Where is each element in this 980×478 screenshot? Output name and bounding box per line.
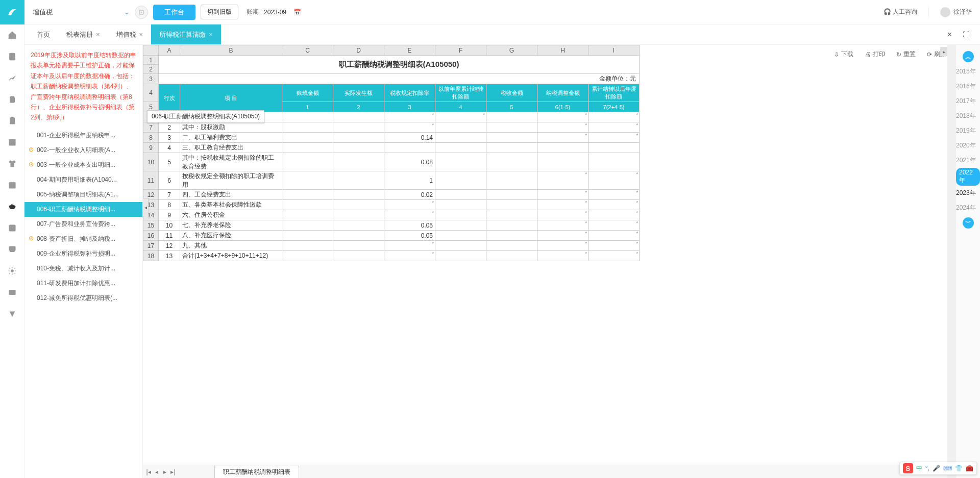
year-2021年[interactable]: 2021年 [956,153,980,168]
row-item[interactable]: 合计(1+3+4+7+8+9+10+11+12) [180,251,282,261]
nav-gear-icon[interactable] [0,260,24,282]
calendar-icon[interactable]: 📅 [293,9,301,16]
nav-bowl-icon[interactable] [0,196,24,217]
unit-label[interactable]: 金额单位：元 [159,74,640,84]
close-icon[interactable]: × [209,31,213,38]
nav-shirt-icon[interactable] [0,153,24,174]
form-item-3[interactable]: 004-期间费用明细表(A1040... [24,172,142,187]
col-header[interactable]: 税收规定扣除率 [384,84,435,102]
nav-prev[interactable]: ◂ [153,468,160,475]
nav-last[interactable]: ▸| [169,468,177,475]
sheet-footer: |◂ ◂ ▸ ▸| 职工薪酬纳税调整明细表 ⁞ ◂ [143,465,947,478]
fullscreen-toggle[interactable]: ⛶ [960,29,972,41]
year-2016年[interactable]: 2016年 [956,79,980,94]
year-2022年[interactable]: 2022年 [956,168,980,186]
close-icon[interactable]: × [139,31,143,38]
tab-2[interactable]: 增值税× [108,24,152,44]
form-item-5[interactable]: 006-职工薪酬纳税调整明细... [24,202,142,217]
nav-home-icon[interactable] [0,24,24,46]
nav-transfer-icon[interactable] [0,217,24,239]
ime-skin-icon[interactable]: 👕 [955,465,963,472]
form-item-4[interactable]: 005-纳税调整项目明细表(A1... [24,187,142,202]
year-2023年[interactable]: 2023年 [956,186,980,200]
col-header[interactable]: 纳税调整金额 [537,84,589,102]
col-header[interactable]: 账载金额 [282,84,333,102]
close-all-tabs[interactable]: ✕ [943,29,955,41]
year-2024年[interactable]: 2024年 [956,200,980,215]
spreadsheet[interactable]: ABCDEFGHI1职工薪酬纳税调整明细表(A105050)23金额单位：元4行… [143,45,640,261]
ime-mic-icon[interactable]: 🎤 [933,465,940,472]
form-item-6[interactable]: 007-广告费和业务宣传费跨... [24,217,142,232]
tab-label: 所得税汇算清缴 [159,30,206,39]
workspace-button[interactable]: 工作台 [153,5,195,20]
tab-3[interactable]: 所得税汇算清缴× [151,24,221,44]
close-icon[interactable]: × [96,31,100,38]
old-version-button[interactable]: 切到旧版 [201,5,238,19]
col-header[interactable]: 项 目 [180,84,282,112]
form-item-0[interactable]: 001-企业所得税年度纳税申... [24,128,142,143]
tax-type-selector[interactable]: 增值税 ⌄ [33,8,130,17]
year-scroll-down[interactable]: ︾ [963,217,974,229]
nav-first[interactable]: |◂ [145,468,152,475]
form-list: 001-企业所得税年度纳税申...002-一般企业收入明细表(A...003-一… [24,128,142,306]
sheet-tab[interactable]: 职工薪酬纳税调整明细表 [214,466,299,478]
form-item-10[interactable]: 011-研发费用加计扣除优惠... [24,276,142,291]
tab-1[interactable]: 税表清册× [58,24,108,44]
year-2015年[interactable]: 2015年 [956,64,980,79]
nav-money-icon[interactable] [0,89,24,110]
row-item[interactable]: 四、工会经费支出 [180,190,282,200]
form-item-9[interactable]: 010-免税、减计收入及加计... [24,261,142,276]
nav-calendar-icon[interactable] [0,174,24,196]
col-header[interactable]: 实际发生额 [333,84,384,102]
row-item[interactable]: 三、职工教育经费支出 [180,143,282,153]
nav-inbox-icon[interactable] [0,239,24,260]
form-item-7[interactable]: 008-资产折旧、摊销及纳税... [24,232,142,246]
row-item[interactable]: 其中：股权激励 [180,122,282,133]
vertical-scrollbar[interactable] [947,45,955,478]
ime-punct-icon[interactable]: °, [925,465,929,472]
ime-toolbar[interactable]: S 中 °, 🎤 ⌨ 👕 🧰 [899,462,977,475]
row-item[interactable]: 八、补充医疗保险 [180,231,282,241]
col-header[interactable]: 累计结转以后年度扣除额 [589,84,640,102]
row-item[interactable]: 六、住房公积金 [180,210,282,220]
year-scroll-up[interactable]: ︽ [963,51,974,62]
col-header[interactable]: 行次 [159,84,180,112]
sheet-title[interactable]: 职工薪酬纳税调整明细表(A105050) [159,56,640,74]
svg-rect-4 [9,183,15,188]
row-item[interactable]: 按税收规定全额扣除的职工培训费用 [180,171,282,190]
app-logo[interactable] [0,0,24,24]
year-2017年[interactable]: 2017年 [956,94,980,109]
row-item[interactable]: 九、其他 [180,241,282,251]
col-header[interactable]: 税收金额 [486,84,537,102]
tab-0[interactable]: 首页 [29,24,58,44]
ime-keyboard-icon[interactable]: ⌨ [943,465,952,472]
ime-lang[interactable]: 中 [916,464,922,473]
nav-chart-icon[interactable] [0,67,24,89]
row-item[interactable]: 其中：按税收规定比例扣除的职工教育经费 [180,153,282,171]
nav-next[interactable]: ▸ [161,468,168,475]
nav-report-icon[interactable] [0,132,24,153]
year-2018年[interactable]: 2018年 [956,109,980,123]
year-2019年[interactable]: 2019年 [956,123,980,138]
form-item-8[interactable]: 009-企业所得税弥补亏损明... [24,246,142,261]
form-item-11[interactable]: 012-减免所得税优惠明细表(... [24,291,142,306]
ime-toolbox-icon[interactable]: 🧰 [966,465,973,472]
user-menu[interactable]: 徐泽华 [940,7,972,17]
lock-toggle[interactable] [135,6,148,19]
collapse-panel-handle[interactable]: ◂ [143,198,149,216]
nav-video-icon[interactable] [0,282,24,303]
form-item-2[interactable]: 003-一般企业成本支出明细... [24,158,142,172]
col-header[interactable]: 以前年度累计结转扣除额 [435,84,486,102]
nav-v-icon[interactable] [0,303,24,324]
nav-clipboard-icon[interactable] [0,110,24,132]
row-item[interactable]: 二、职工福利费支出 [180,133,282,143]
consult-link[interactable]: 🎧 人工咨询 [884,8,917,16]
year-rail: ︽ 2015年2016年2017年2018年2019年2020年2021年202… [955,45,980,478]
form-item-1[interactable]: 002-一般企业收入明细表(A... [24,143,142,158]
period-value[interactable]: 2023-09 [264,9,286,16]
nav-doc-icon[interactable] [0,46,24,67]
sheet-scroll-right-edge[interactable]: ▸ [940,47,947,56]
row-item[interactable]: 七、补充养老保险 [180,220,282,231]
row-item[interactable]: 五、各类基本社会保障性缴款 [180,200,282,210]
year-2020年[interactable]: 2020年 [956,138,980,153]
